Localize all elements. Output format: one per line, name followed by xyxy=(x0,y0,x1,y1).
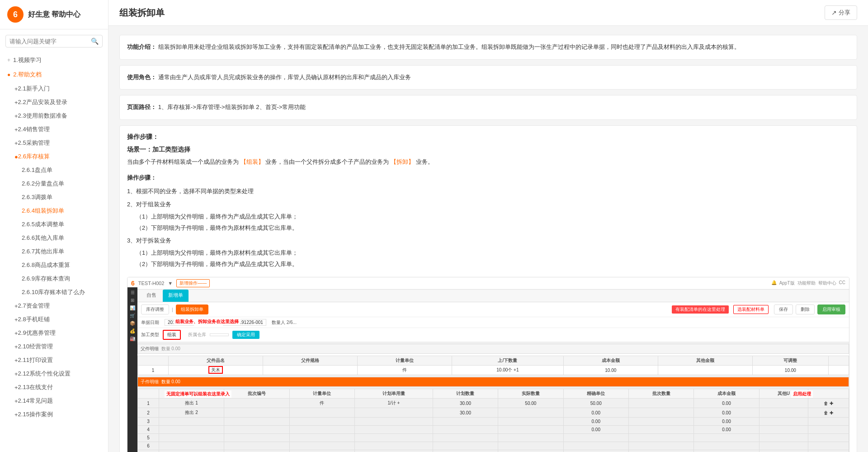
th2-ops xyxy=(808,389,849,399)
role-card: 使用角色： 通常由生产人员或库管人员完成拆装业务的操作，库管人员确认原材料的出库… xyxy=(119,65,857,90)
table-row: 5 xyxy=(138,434,849,442)
sidebar-item-mobile[interactable]: + 2.8手机旺铺 xyxy=(0,313,108,326)
sidebar-item-other-out[interactable]: 2.6.7其他出库单 xyxy=(0,245,108,258)
sidebar-item-label: 2.6.1盘点单 xyxy=(22,166,52,174)
sidebar-item-video[interactable]: + 1.视频学习 xyxy=(0,53,108,67)
mock-top-bar: 6 TEST-H002 ▼ 新增操作—— 🔔 AppT版 功能帮助 帮助中心 C… xyxy=(127,277,849,290)
sidebar-item-install[interactable]: + 2.2产品安装及登录 xyxy=(0,95,108,109)
search-icon[interactable]: 🔍 xyxy=(91,38,99,45)
sidebar-item-label: 2.7资金管理 xyxy=(18,302,50,310)
sidebar-item-other-in[interactable]: 2.6.6其他入库单 xyxy=(0,231,108,245)
sidebar-item-sales[interactable]: + 2.4销售管理 xyxy=(0,123,108,136)
mock-side-icon6: 💰 xyxy=(130,328,135,333)
mock-side-icon1: ☰ xyxy=(131,290,135,295)
content-area: 功能介绍： 组装拆卸单用来处理企业组装或拆卸等加工业务，支持有固定装配清单的产品… xyxy=(108,26,868,452)
sidebar-item-label: 2.6库存核算 xyxy=(18,152,50,161)
sidebar-item-stock-wrong[interactable]: 2.6.10库存账本错了么办 xyxy=(0,285,108,299)
th2-actual: 实际数量 xyxy=(498,389,563,399)
td-action xyxy=(828,366,849,375)
sidebar-item-cases[interactable]: + 2.15操作案例 xyxy=(0,408,108,421)
step1: 1、根据不同的业务，选择不同单据的类型来处理 xyxy=(127,186,849,197)
mock-period-btn[interactable]: 新增操作—— xyxy=(176,279,210,287)
mock-upper-table: 父件品名 父件规格 计量单位 上/下数量 成本金额 其他金额 可调整 xyxy=(137,356,849,375)
sidebar-item-online-pay[interactable]: + 2.13在线支付 xyxy=(0,381,108,394)
mock-icon4: 帮助中心 xyxy=(818,280,836,286)
td-name-input[interactable]: 关木 xyxy=(208,366,223,374)
sidebar-item-print[interactable]: + 2.11打印设置 xyxy=(0,353,108,367)
td-updown: 10.00个 +1 xyxy=(452,366,563,375)
td-unit: 件 xyxy=(357,366,452,375)
sidebar-item-label: 2.1新手入门 xyxy=(18,85,50,93)
sidebar-item-personalize[interactable]: + 2.12系统个性化设置 xyxy=(0,367,108,381)
sidebar-item-label: 2.6.6其他入库单 xyxy=(22,234,64,242)
mock-type-selector[interactable]: 组装 xyxy=(163,330,181,340)
sidebar-item-label: 2.6.7其他出库单 xyxy=(22,247,64,256)
mock-btn-type[interactable]: 库存调整 xyxy=(141,305,169,314)
sidebar-item-label: 2.6.2分量盘点单 xyxy=(22,180,64,188)
sidebar-item-label: 1.视频学习 xyxy=(13,56,42,64)
th-parent-name: 父件品名 xyxy=(168,356,263,366)
th2-seq xyxy=(138,389,159,399)
sidebar: 6 好生意 帮助中心 🔍 + 1.视频学习 ● 2.帮助文档 + 2.1新手入门… xyxy=(0,0,108,452)
sidebar-item-goods-cost[interactable]: 2.6.8商品成本重算 xyxy=(0,258,108,272)
expand-icon: ● xyxy=(14,153,18,160)
path-card: 页面路径： 1、库存核算->库存管理->组装拆卸单 2、首页->常用功能 xyxy=(119,95,857,120)
mock-tab1[interactable]: 自售 xyxy=(141,290,162,302)
td-name: 关木 xyxy=(168,366,263,375)
mock-annotation-config: 有装配清单的在这里处理 xyxy=(672,305,729,314)
sidebar-item-faq[interactable]: + 2.14常见问题 xyxy=(0,394,108,408)
share-button[interactable]: ↗ 分享 xyxy=(825,5,857,20)
th-other: 其他金额 xyxy=(658,356,752,366)
mock-icon1: 🔔 xyxy=(771,280,777,286)
search-input[interactable] xyxy=(9,38,91,45)
sidebar-item-prepare[interactable]: + 2.3使用前数据准备 xyxy=(0,109,108,123)
mock-btn-assemble[interactable]: 组装拆卸单 xyxy=(176,305,208,314)
sidebar-item-purchase[interactable]: + 2.5采购管理 xyxy=(0,136,108,150)
role-text: 使用角色： 通常由生产人员或库管人员完成拆装业务的操作，库管人员确认原材料的出库… xyxy=(127,74,411,81)
mock-tab2[interactable]: 新增单 xyxy=(163,290,189,302)
sidebar-item-label: 2.6.4组装拆卸单 xyxy=(22,207,64,215)
sidebar-item-help[interactable]: ● 2.帮助文档 xyxy=(0,67,108,82)
mock-top-right: 🔔 AppT版 功能帮助 帮助中心 CC xyxy=(771,280,845,286)
sidebar-item-inventory[interactable]: ● 2.6库存核算 xyxy=(0,150,108,163)
sidebar-item-stock-query[interactable]: 2.6.9库存账本查询 xyxy=(0,272,108,285)
mock-btn-del[interactable]: 删除 xyxy=(796,305,815,314)
sidebar-item-transfer[interactable]: 2.6.3调拨单 xyxy=(0,190,108,204)
table-header-row: 父件品名 父件规格 计量单位 上/下数量 成本金额 其他金额 可调整 xyxy=(138,356,849,366)
intro-card: 功能介绍： 组装拆卸单用来处理企业组装或拆卸等加工业务，支持有固定装配清单的产品… xyxy=(119,35,857,60)
sidebar-item-cost-adjust[interactable]: 2.6.5成本调整单 xyxy=(0,218,108,231)
mock-btn-approve[interactable]: 启用审核 xyxy=(817,305,845,314)
mock-btn-save[interactable]: 保存 xyxy=(774,305,793,314)
mock-sep: | xyxy=(172,307,173,312)
expand-icon: + xyxy=(14,316,18,323)
ops-heading: 操作步骤： xyxy=(127,133,849,141)
mock-apply-btn[interactable]: 确定采用 xyxy=(232,331,259,339)
search-bar[interactable]: 🔍 xyxy=(5,35,103,48)
sidebar-item-label: 2.14常见问题 xyxy=(18,397,53,405)
mock-warehouse-input[interactable] xyxy=(210,333,229,336)
expand-icon: + xyxy=(14,411,18,418)
sidebar-header: 6 好生意 帮助中心 xyxy=(0,0,108,29)
sidebar-item-label: 2.2产品安装及登录 xyxy=(18,98,67,106)
th-parent-spec: 父件规格 xyxy=(263,356,357,366)
sidebar-item-ops[interactable]: + 2.10经营管理 xyxy=(0,340,108,353)
sidebar-item-fund[interactable]: + 2.7资金管理 xyxy=(0,299,108,313)
intro-text: 功能介绍： 组装拆卸单用来处理企业组装或拆卸等加工业务，支持有固定装配清单的产品… xyxy=(127,43,740,50)
mock-lower-header: 子件明细 数量 0.00 xyxy=(137,377,849,387)
mock-annotation-btn[interactable]: 选装配材料单 xyxy=(733,305,769,314)
table-row: 2推出 230.000.000.00🗑 ✚ xyxy=(138,408,849,418)
sidebar-item-label: 2.13在线支付 xyxy=(18,383,53,391)
scene1-heading: 场景一：加工类型选择 xyxy=(127,146,849,154)
sidebar-item-coupon[interactable]: + 2.9优惠券管理 xyxy=(0,326,108,340)
sidebar-item-assemble[interactable]: 2.6.4组装拆卸单 xyxy=(0,204,108,218)
step3-subs: （1）上部明细为父件明细，最终作为原材料生成其它出库单； （2）下部明细为子件明… xyxy=(136,247,849,270)
step2-sub1: （1）上部明细为父件明细，最终作为产成品生成其它入库单； （2）下部明细为子件明… xyxy=(136,211,849,233)
sidebar-item-newcomer[interactable]: + 2.1新手入门 xyxy=(0,82,108,95)
step2: 2、对于组装业务 xyxy=(127,199,849,210)
mock-lower-table: 子件品名 批次编号 计量单位 计划单用量 计划数量 实际数量 精确单位 批次数量 xyxy=(137,389,849,452)
sidebar-item-stocktake[interactable]: 2.6.1盘点单 xyxy=(0,163,108,177)
mock-lower-label: 子件明细 xyxy=(141,379,161,385)
sidebar-item-split-stocktake[interactable]: 2.6.2分量盘点单 xyxy=(0,177,108,190)
th-seq xyxy=(138,356,169,366)
th-cost: 成本金额 xyxy=(563,356,658,366)
